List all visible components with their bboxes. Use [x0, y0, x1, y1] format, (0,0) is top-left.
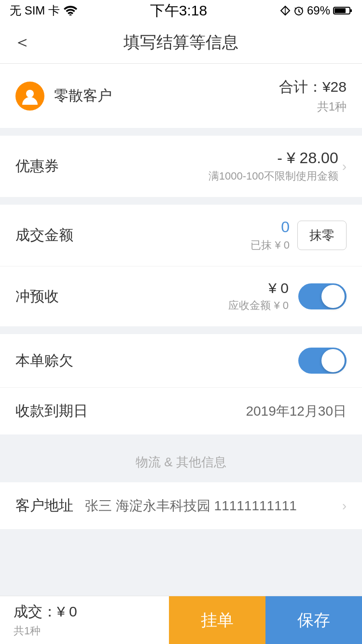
- prepayment-sub: 应收金额 ¥ 0: [228, 298, 289, 313]
- deal-label: 成交：: [14, 603, 57, 619]
- debit-section: 本单赊欠 收款到期日 2019年12月30日: [0, 334, 362, 434]
- debit-toggle-knob: [321, 349, 345, 372]
- transaction-already: 已抹 ¥ 0: [251, 238, 290, 252]
- battery-icon: [333, 5, 352, 16]
- back-button[interactable]: ＜: [14, 30, 31, 54]
- debit-toggle[interactable]: [298, 348, 347, 374]
- status-left: 无 SIM 卡: [10, 3, 77, 18]
- svg-rect-3: [350, 9, 352, 12]
- customer-section: 零散客户 合计：¥28 共1种: [0, 64, 362, 128]
- status-bar: 无 SIM 卡 下午3:18 69%: [0, 0, 362, 21]
- customer-row: 零散客户 合计：¥28 共1种: [0, 64, 362, 128]
- svg-point-5: [26, 90, 34, 98]
- bottom-bar: 成交：¥ 0 共1种 挂单 保存: [0, 596, 362, 644]
- page-title: 填写结算等信息: [124, 31, 238, 54]
- transaction-row: 成交金额 0 已抹 ¥ 0 抹零: [0, 205, 362, 266]
- address-chevron-icon: ›: [342, 498, 347, 514]
- debit-right: [298, 348, 347, 374]
- nav-bar: ＜ 填写结算等信息: [0, 21, 362, 64]
- customer-info: 零散客户: [54, 86, 112, 106]
- address-row[interactable]: 客户地址 张三 海淀永丰科技园 11111111111 ›: [0, 482, 362, 529]
- address-value: 张三 海淀永丰科技园 11111111111: [85, 497, 338, 515]
- coupon-right: - ¥ 28.00 满1000-100不限制使用金额: [209, 149, 338, 183]
- customer-name: 零散客户: [54, 86, 112, 106]
- bottom-summary: 成交：¥ 0 共1种: [0, 602, 169, 638]
- save-button[interactable]: 保存: [265, 596, 362, 644]
- status-right: 69%: [280, 4, 352, 17]
- user-icon: [21, 87, 39, 105]
- customer-left: 零散客户: [15, 82, 112, 111]
- customer-right: 合计：¥28 共1种: [279, 77, 347, 114]
- debit-row: 本单赊欠: [0, 334, 362, 388]
- prepayment-label: 冲预收: [15, 287, 59, 307]
- due-date-row: 收款到期日 2019年12月30日: [0, 388, 362, 434]
- bottom-deal: 成交：¥ 0: [14, 602, 155, 622]
- prepayment-row: 冲预收 ¥ 0 应收金额 ¥ 0: [0, 266, 362, 326]
- customer-count: 共1种: [279, 99, 347, 114]
- transaction-right: 0 已抹 ¥ 0 抹零: [251, 218, 347, 252]
- status-time: 下午3:18: [150, 1, 207, 21]
- due-date-label: 收款到期日: [15, 401, 88, 421]
- logistics-divider: 物流 & 其他信息: [0, 442, 362, 482]
- coupon-row[interactable]: 优惠券 - ¥ 28.00 满1000-100不限制使用金额 ›: [0, 136, 362, 197]
- deal-amount: ¥ 0: [57, 603, 77, 619]
- coupon-amount: - ¥ 28.00: [209, 149, 338, 167]
- prepayment-toggle[interactable]: [298, 283, 347, 309]
- bottom-spacer: [0, 537, 362, 595]
- toggle-knob: [321, 285, 345, 308]
- chevron-right-icon: ›: [342, 159, 347, 174]
- location-icon: [280, 5, 291, 16]
- wifi-icon: [64, 6, 77, 15]
- coupon-label: 优惠券: [15, 156, 59, 176]
- transaction-label: 成交金额: [15, 225, 73, 245]
- bottom-count: 共1种: [14, 624, 155, 638]
- alarm-icon: [293, 5, 304, 16]
- round-zero-button[interactable]: 抹零: [297, 221, 347, 250]
- due-date-value: 2019年12月30日: [246, 402, 347, 420]
- customer-avatar: [15, 82, 44, 111]
- address-section[interactable]: 客户地址 张三 海淀永丰科技园 11111111111 ›: [0, 482, 362, 529]
- hold-button[interactable]: 挂单: [169, 596, 265, 644]
- transaction-section: 成交金额 0 已抹 ¥ 0 抹零 冲预收 ¥ 0 应收金额 ¥ 0: [0, 205, 362, 326]
- customer-total: 合计：¥28: [279, 77, 347, 97]
- transaction-value: 0: [281, 218, 290, 236]
- no-sim-text: 无 SIM 卡: [10, 3, 60, 18]
- svg-point-0: [70, 14, 72, 16]
- logistics-label: 物流 & 其他信息: [136, 455, 226, 469]
- battery-text: 69%: [307, 4, 330, 17]
- prepayment-amount: ¥ 0: [228, 280, 289, 296]
- prepayment-right: ¥ 0 应收金额 ¥ 0: [228, 280, 289, 313]
- address-label: 客户地址: [15, 496, 73, 516]
- amount-right: 0 已抹 ¥ 0: [251, 218, 290, 252]
- coupon-desc: 满1000-100不限制使用金额: [209, 169, 338, 183]
- debit-label: 本单赊欠: [15, 351, 73, 371]
- svg-rect-4: [334, 8, 346, 13]
- coupon-section[interactable]: 优惠券 - ¥ 28.00 满1000-100不限制使用金额 ›: [0, 136, 362, 197]
